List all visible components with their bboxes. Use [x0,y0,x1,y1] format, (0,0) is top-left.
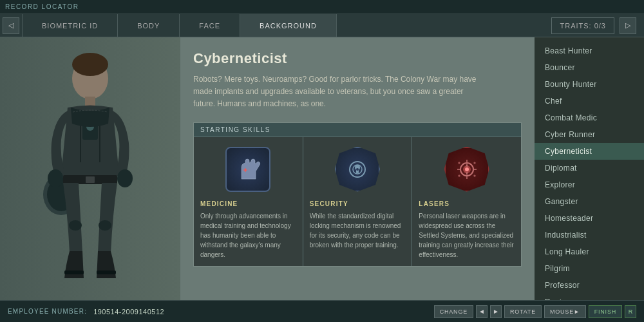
skill-name-lasers: LASERS [419,200,515,207]
next-button[interactable]: ► [490,305,502,318]
background-description: Robots? Mere toys. Neuroamps? Good for p… [193,73,477,111]
svg-rect-10 [86,176,95,183]
character-panel [0,37,180,300]
info-panel: Cyberneticist Robots? Mere toys. Neuroam… [180,37,535,300]
svg-point-11 [69,220,82,231]
skill-card-medicine: MEDICINE Only through advancements in me… [194,137,303,266]
mouse-button[interactable]: MOUSE► [544,305,586,318]
prev-button[interactable]: ◄ [476,305,488,318]
svg-point-7 [48,169,63,187]
skill-desc-lasers: Personal laser weapons are in widespread… [419,211,515,260]
sidebar-item-gangster[interactable]: Gangster [535,193,644,210]
skill-icon-security [310,144,406,195]
nav-left-button[interactable]: ◁ [3,17,19,34]
sidebar-item-professor[interactable]: Professor [535,277,644,294]
lasers-badge [444,147,489,192]
traits-counter: TRAITS: 0/3 [551,17,614,34]
record-locator-label: RECORD LOCATOR [5,3,79,10]
change-button[interactable]: CHANGE [434,305,473,318]
character-silhouette [19,37,161,300]
svg-rect-16 [245,168,246,172]
skill-card-lasers: LASERS Personal laser weapons are in wid… [412,137,521,266]
svg-marker-32 [473,162,476,164]
sidebar-item-ronin[interactable]: Ronin [535,294,644,300]
svg-marker-33 [458,175,460,177]
sidebar-item-pilgrim[interactable]: Pilgrim [535,260,644,277]
nav-right-button[interactable]: ▷ [620,17,636,34]
sidebar-item-bouncer[interactable]: Bouncer [535,59,644,76]
finish-button[interactable]: FINISH [589,305,622,318]
rotate-button[interactable]: ROTATE [504,305,542,318]
tab-background[interactable]: BACKGROUND [240,14,337,37]
svg-rect-13 [64,270,84,274]
background-title: Cyberneticist [193,50,522,67]
skill-card-security: SECURITY While the standardized digital … [303,137,413,266]
svg-point-12 [99,220,111,231]
svg-point-24 [465,167,469,171]
skill-name-security: SECURITY [310,200,406,207]
tab-biometric-id[interactable]: BIOMETRIC ID [22,14,118,37]
sidebar-item-cyber-runner[interactable]: Cyber Runner [535,126,644,143]
sidebar-item-diplomat[interactable]: Diplomat [535,160,644,176]
bottom-right-controls: CHANGE ◄ ► ROTATE MOUSE► FINISH R [434,305,636,318]
svg-marker-34 [473,175,476,177]
employee-number: 190514-2009140512 [93,308,164,316]
sidebar-item-combat-medic[interactable]: Combat Medic [535,109,644,126]
svg-point-8 [117,169,133,187]
lasers-icon [451,153,483,185]
nav-bar: ◁ BIOMETRIC ID BODY FACE BACKGROUND TRAI… [0,14,644,37]
skill-desc-medicine: Only through advancements in medical tra… [200,211,296,260]
skills-container: STARTING SKILLS MEDI [193,122,522,267]
skill-icon-medicine [200,144,296,195]
skill-icon-lasers [419,144,515,195]
skill-desc-security: While the standardized digital locking m… [310,211,406,250]
tab-body[interactable]: BODY [118,14,180,37]
svg-point-21 [356,168,359,171]
sidebar-item-explorer[interactable]: Explorer [535,176,644,193]
medicine-badge [225,147,270,192]
svg-marker-31 [458,162,460,164]
sidebar-item-beast-hunter[interactable]: Beast Hunter [535,43,644,59]
sidebar-item-homesteader[interactable]: Homesteader [535,210,644,227]
nav-right: TRAITS: 0/3 ▷ [551,17,644,34]
sidebar-item-bounty-hunter[interactable]: Bounty Hunter [535,76,644,93]
bottom-bar: EMPLOYEE NUMBER: 190514-2009140512 CHANG… [0,300,644,322]
skills-header: STARTING SKILLS [194,123,521,137]
employee-label: EMPLOYEE NUMBER: [8,308,87,315]
sidebar-item-chef[interactable]: Chef [535,93,644,109]
sidebar-list: Beast Hunter Bouncer Bounty Hunter Chef … [535,37,644,300]
sidebar-item-industrialist[interactable]: Industrialist [535,227,644,243]
security-icon [341,153,374,185]
finish-icon-button[interactable]: R [625,305,636,318]
main-content: Cyberneticist Robots? Mere toys. Neuroam… [0,37,644,300]
svg-rect-14 [97,270,116,274]
character-image [0,37,180,300]
skill-name-medicine: MEDICINE [200,200,296,207]
sidebar-item-cyberneticist[interactable]: Cyberneticist [535,143,644,160]
security-badge [335,147,380,192]
skills-grid: MEDICINE Only through advancements in me… [194,137,521,266]
medicine-icon [234,155,263,184]
svg-point-1 [72,53,108,76]
sidebar-item-long-hauler[interactable]: Long Hauler [535,243,644,260]
tab-face[interactable]: FACE [180,14,240,37]
top-bar: RECORD LOCATOR [0,0,644,14]
